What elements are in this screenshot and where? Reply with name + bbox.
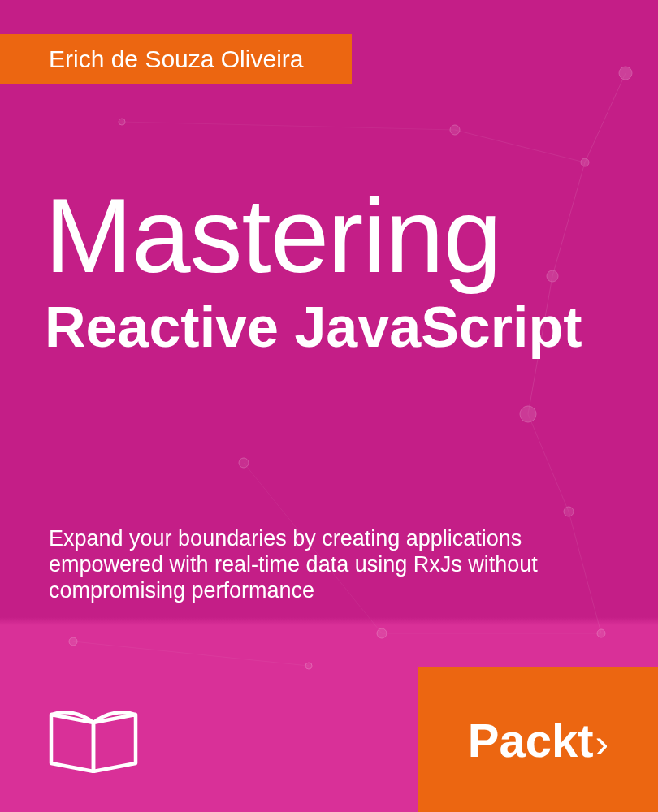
- svg-line-16: [528, 414, 569, 512]
- publisher-logo: Packt›: [468, 713, 608, 767]
- publisher-badge: Packt›: [418, 667, 658, 812]
- svg-point-6: [239, 458, 249, 468]
- svg-line-19: [73, 641, 309, 666]
- title-line-2: Reactive JavaScript: [45, 296, 626, 359]
- svg-point-1: [581, 158, 589, 166]
- svg-point-3: [520, 406, 536, 422]
- svg-line-12: [585, 73, 626, 162]
- book-subtitle: Expand your boundaries by creating appli…: [49, 526, 585, 604]
- publisher-name: Packt: [468, 713, 594, 767]
- open-book-icon: [49, 708, 138, 773]
- svg-point-8: [69, 637, 77, 646]
- svg-line-20: [122, 122, 455, 130]
- svg-point-10: [564, 507, 574, 516]
- author-name: Erich de Souza Oliveira: [0, 34, 352, 84]
- chevron-right-icon: ›: [595, 719, 609, 767]
- svg-point-11: [597, 629, 605, 637]
- title-line-1: Mastering: [45, 183, 626, 288]
- svg-point-4: [450, 125, 460, 135]
- svg-point-9: [305, 663, 312, 669]
- book-title: Mastering Reactive JavaScript: [45, 183, 626, 359]
- book-cover: Erich de Souza Oliveira Mastering Reacti…: [0, 0, 658, 812]
- svg-point-7: [119, 119, 125, 125]
- svg-line-15: [455, 130, 585, 162]
- svg-point-5: [377, 628, 387, 638]
- svg-point-0: [619, 67, 632, 80]
